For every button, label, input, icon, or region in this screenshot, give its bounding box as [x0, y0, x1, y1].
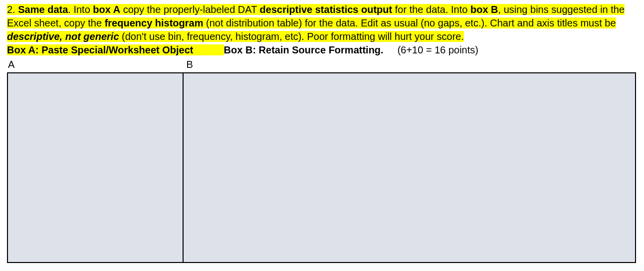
same-data: Same data — [18, 4, 68, 15]
label-a: A — [7, 58, 184, 71]
gap — [193, 44, 223, 55]
question-line2: Box A: Paste Special/Worksheet Object Bo… — [7, 44, 478, 55]
answer-box-a[interactable] — [8, 73, 184, 262]
frag-1c: for the data. Into — [392, 4, 470, 15]
frag-1e: (not distribution table) for the data. E… — [204, 17, 616, 28]
frag-1a: . Into — [68, 4, 93, 15]
box-b-instruction: Box B: Retain Source Formatting. — [224, 44, 384, 55]
desc-stats-ref: descriptive statistics output — [260, 4, 393, 15]
frag-1f: (don't use bin, frequency, histogram, et… — [119, 31, 464, 42]
desc-not-generic: descriptive, not generic — [7, 31, 119, 42]
label-b: B — [187, 58, 193, 71]
answer-boxes-container — [7, 72, 636, 263]
box-column-labels: A B — [7, 58, 639, 71]
question-text: 2. Same data. Into box A copy the proper… — [7, 3, 639, 57]
box-a-ref: box A — [93, 4, 120, 15]
assignment-question-block: 2. Same data. Into box A copy the proper… — [0, 0, 644, 268]
frag-1b: copy the properly-labeled DAT — [120, 4, 259, 15]
box-b-ref: box B — [470, 4, 498, 15]
box-a-instruction: Box A: Paste Special/Worksheet Object — [7, 44, 193, 55]
freq-hist-ref: frequency histogram — [105, 17, 204, 28]
points-text: (6+10 = 16 points) — [398, 44, 478, 55]
question-line1: 2. Same data. Into box A copy the proper… — [7, 4, 625, 42]
q-num: 2. — [7, 4, 18, 15]
answer-box-b[interactable] — [184, 73, 635, 262]
